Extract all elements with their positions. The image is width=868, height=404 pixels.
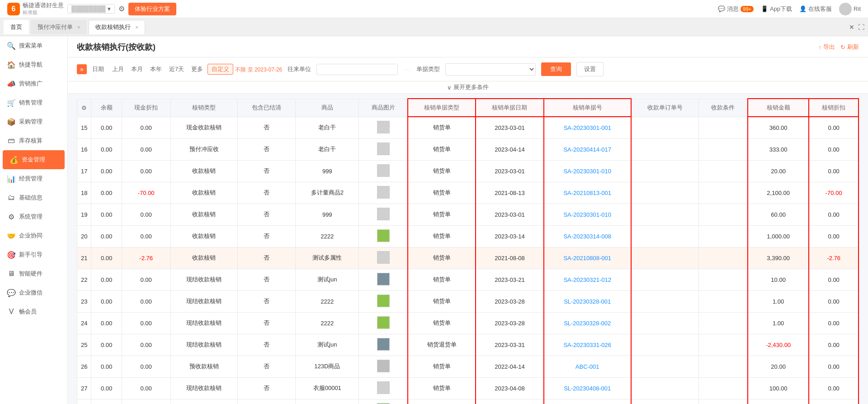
table-row: 170.000.00收款核销否999销货单2023-03-01SA-202303… [77,160,859,182]
expand-conditions-button[interactable]: ∨ 展开更多条件 [447,83,489,91]
tab-bar-right: ✕ ⛶ [849,24,864,31]
sidebar-item-operations[interactable]: 📊 经营管理 [0,169,67,188]
table-cell: 现结收款核销 [170,399,238,404]
sidebar-item-wechat[interactable]: 💬 企业微信 [0,283,67,302]
query-button[interactable]: 查询 [541,62,571,76]
table-cell: 0.00 [91,247,122,269]
sidebar-item-hardware[interactable]: 🖥 智能硬件 [0,264,67,283]
table-cell: -2,430.00 [748,334,809,356]
verify-no-link[interactable]: SA-20230314-008 [563,233,611,240]
date-btn-this-month[interactable]: 本月 [128,64,146,74]
sidebar-item-quicknav[interactable]: 🏠 快捷导航 [0,55,67,74]
product-image-placeholder [377,186,390,199]
table-cell[interactable]: SA-20210813-001 [544,182,631,204]
table-cell: 衣服00001 [296,377,359,399]
single-receipt-select[interactable] [445,63,536,76]
table-cell[interactable]: SA-20230301-010 [544,204,631,225]
sidebar-item-basic[interactable]: 🗂 基础信息 [0,188,67,207]
trial-button[interactable]: 体验行业方案 [128,3,176,15]
company-dropdown[interactable]: ████████ ▾ [67,4,115,14]
sidebar-item-member[interactable]: V 畅会员 [0,302,67,321]
sidebar-item-sales[interactable]: 🛒 销售管理 [0,93,67,112]
table-cell [359,247,408,269]
table-cell[interactable]: ABC-001 [544,356,631,377]
online-service-button[interactable]: 👤 在线客服 [799,5,832,13]
date-btn-this-year[interactable]: 本年 [147,64,165,74]
table-cell: 0.00 [91,290,122,312]
tab-prepay[interactable]: 预付冲应付单 × [31,20,87,34]
sidebar-item-inventory[interactable]: 🗃 库存核算 [0,131,67,150]
table-cell: 2023-04-08 [476,377,543,399]
sidebar-item-search[interactable]: 🔍 搜索菜单 [0,36,67,55]
maximize-window-button[interactable]: ⛶ [858,24,864,31]
table-cell: 现结收款核销 [170,334,238,356]
table-cell: 否 [238,138,296,160]
verify-no-link[interactable]: SA-20230414-017 [563,146,611,153]
sidebar-label-search: 搜索菜单 [19,42,42,50]
table-cell[interactable]: SL-20230328-002 [544,312,631,334]
tab-home[interactable]: 首页 [4,20,29,34]
table-cell[interactable]: SL-20230408-001 [544,377,631,399]
table-cell[interactable]: SL-20230328-001 [544,290,631,312]
verify-no-link[interactable]: SA-20230301-010 [563,211,611,218]
app-download-button[interactable]: 📱 App下载 [761,5,792,13]
sidebar-item-purchase[interactable]: 📦 采购管理 [0,112,67,131]
verify-no-link[interactable]: ABC-001 [576,363,599,370]
verify-no-link[interactable]: SA-20230331-026 [563,342,611,348]
verify-no-link[interactable]: SL-20230328-001 [564,298,611,305]
sidebar-item-marketing[interactable]: 📣 营销推广 [0,74,67,93]
sidebar-label-member: 畅会员 [19,308,37,316]
user-area[interactable]: Rit [839,3,861,15]
table-cell [631,138,698,160]
table-cell[interactable]: SA-20210808-001 [544,247,631,269]
tab-collection[interactable]: 收款核销执行 × [89,20,145,34]
table-area[interactable]: ⚙ 余额 现金折扣 核销类型 包含已结清 商品 商品图片 核销单据类型 核销单据… [68,94,868,404]
verify-no-link[interactable]: SL-20230328-002 [564,320,611,327]
date-btn-last-month[interactable]: 上月 [109,64,127,74]
table-cell: 0.00 [809,117,859,138]
verify-no-link[interactable]: SA-20210813-001 [563,190,611,196]
table-row: 230.000.00现结收款核销否2222销货单2023-03-28SL-202… [77,290,859,312]
settings-icon[interactable]: ⚙ [118,5,125,13]
sidebar-item-capital[interactable]: 💰 资金管理 [3,150,65,169]
table-cell: 现结收款核销 [170,312,238,334]
date-btn-more[interactable]: 更多 [189,64,206,74]
app-download-label: App下载 [770,5,792,13]
table-cell[interactable]: SA-20230301-001 [544,117,631,138]
table-cell: 0.00 [91,117,122,138]
sidebar-item-guide[interactable]: 🎯 新手引导 [0,245,67,264]
filter-expand-button[interactable]: » [77,64,87,74]
product-image-placeholder [377,208,390,220]
export-button[interactable]: ↑ 导出 [819,43,835,51]
table-cell[interactable]: SA-20230414-017 [544,138,631,160]
settings-button[interactable]: 设置 [576,62,604,76]
table-cell [698,138,748,160]
table-cell: 否 [238,225,296,247]
date-btn-7days[interactable]: 近7天 [166,64,187,74]
table-cell[interactable]: SA-20230331-026 [544,334,631,356]
tab-collection-close[interactable]: × [135,24,138,30]
service-icon: 👤 [799,5,807,12]
table-cell: 销货单 [408,160,476,182]
sidebar-item-enterprise[interactable]: 🤝 企业协同 [0,226,67,245]
verify-no-link[interactable]: SA-20210808-001 [563,255,611,261]
table-cell[interactable]: SL-20230418-001 [544,399,631,404]
verify-no-link[interactable]: SL-20230408-001 [564,385,611,392]
sidebar-item-system[interactable]: ⚙ 系统管理 [0,207,67,226]
table-cell[interactable]: SA-20230301-010 [544,160,631,182]
table-cell: 20 [77,225,91,247]
th-settings[interactable]: ⚙ [77,99,91,117]
verify-no-link[interactable]: SA-20230321-012 [563,276,611,283]
table-cell[interactable]: SA-20230314-008 [544,225,631,247]
dots-separator: ··· [403,66,411,73]
refresh-button[interactable]: ↻ 刷新 [840,43,859,51]
verify-no-link[interactable]: SA-20230301-001 [563,124,611,131]
table-cell[interactable]: SA-20230321-012 [544,269,631,290]
verify-no-link[interactable]: SA-20230301-010 [563,168,611,175]
tab-prepay-close[interactable]: × [77,24,80,30]
close-window-button[interactable]: ✕ [849,24,854,31]
date-btn-custom[interactable]: 自定义 [208,64,233,75]
from-unit-input[interactable] [316,64,398,75]
table-cell: 现金收款核销 [170,117,238,138]
message-button[interactable]: 💬 消息 99+ [718,5,754,13]
